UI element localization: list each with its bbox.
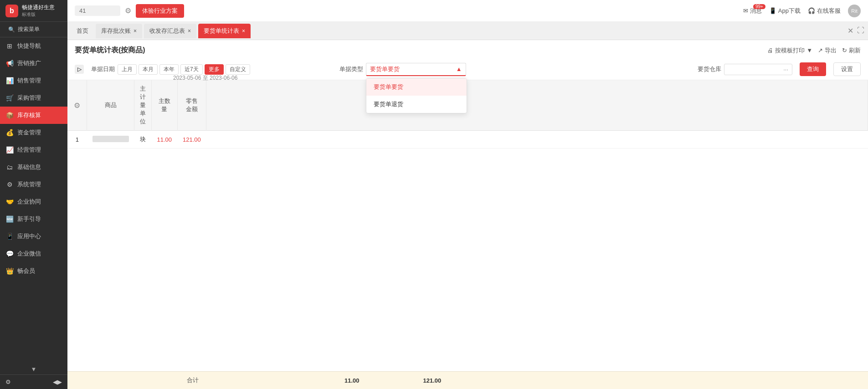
- cell-amount: 121.00: [177, 131, 206, 148]
- tab-inventory-batch-close[interactable]: ×: [134, 28, 137, 34]
- export-btn[interactable]: ↗ 导出: [818, 46, 837, 55]
- headset-icon: 🎧: [808, 7, 815, 14]
- main-area: 41 ⚙ 体验行业方案 ✉ 消息 99+ 📱 App下载 🎧 在线客服 Rit …: [67, 0, 868, 389]
- online-service-btn[interactable]: 🎧 在线客服: [808, 7, 841, 15]
- sidebar-item-sales[interactable]: 📊 销售管理: [0, 72, 67, 89]
- tab-inventory-batch[interactable]: 库存批次账 ×: [96, 24, 142, 38]
- sidebar-item-basic[interactable]: 🗂 基础信息: [0, 159, 67, 176]
- sidebar-item-label-guide: 新手引导: [17, 215, 41, 223]
- scroll-down-btn[interactable]: ▼: [0, 364, 67, 374]
- sidebar-item-label-finance: 资金管理: [17, 128, 41, 137]
- sidebar-item-operations[interactable]: 📈 经营管理: [0, 141, 67, 159]
- cell-product: [87, 131, 134, 148]
- sidebar-item-marketing[interactable]: 📢 营销推广: [0, 55, 67, 72]
- settings-icon[interactable]: ⚙: [5, 379, 11, 385]
- app-download-btn[interactable]: 📱 App下载: [769, 7, 801, 15]
- warehouse-more-icon[interactable]: ···: [783, 66, 788, 73]
- messages-btn[interactable]: ✉ 消息 99+: [743, 7, 762, 15]
- filter-date-group: 单据日期 上月 本月 本年 近7天 更多 自定义: [91, 64, 250, 75]
- sidebar-item-guide[interactable]: 🆕 新手引导: [0, 210, 67, 228]
- more-btn[interactable]: 更多: [205, 64, 224, 75]
- last-7days-btn[interactable]: 近7天: [180, 64, 203, 75]
- avatar[interactable]: Rit: [848, 5, 861, 17]
- warehouse-select[interactable]: ···: [724, 64, 792, 75]
- table-container: ⚙ 商品 主计量单位 主数量 零售金额 1 块 11.00 121.00: [67, 80, 868, 371]
- sidebar-item-purchase[interactable]: 🛒 采购管理: [0, 89, 67, 107]
- search-menu[interactable]: 🔍 搜索菜单: [0, 22, 67, 37]
- phone-icon: 📱: [769, 7, 776, 14]
- tab-receive-summary[interactable]: 收发存汇总表 ×: [144, 24, 196, 38]
- data-table: ⚙ 商品 主计量单位 主数量 零售金额 1 块 11.00 121.00: [67, 80, 868, 148]
- type-dropdown: 要货单要货 要货单退货: [366, 78, 467, 113]
- sidebar-header: b 畅捷通好生意 标准版: [0, 0, 67, 22]
- sidebar-item-wechat[interactable]: 💬 企业微信: [0, 245, 67, 262]
- col-amount: 零售金额: [177, 80, 206, 131]
- cell-qty: 11.00: [152, 131, 178, 148]
- system-icon: ⚙: [5, 180, 14, 189]
- filter-expand-btn[interactable]: ▷: [75, 65, 84, 74]
- col-unit: 主计量单位: [134, 80, 152, 131]
- tab-receive-summary-close[interactable]: ×: [188, 28, 191, 34]
- finance-icon: 💰: [5, 128, 14, 137]
- quick-nav-icon: ⊞: [5, 42, 14, 50]
- topbar-left: 41 ⚙ 体验行业方案: [75, 4, 184, 18]
- dropdown-item-order[interactable]: 要货单要货: [366, 78, 467, 96]
- sidebar-item-label-sales: 销售管理: [17, 77, 41, 85]
- query-btn[interactable]: 查询: [800, 62, 826, 76]
- settings-btn[interactable]: 设置: [833, 62, 861, 76]
- tab-home[interactable]: 首页: [71, 24, 94, 38]
- enterprise-icon: 🤝: [5, 198, 14, 206]
- print-template-btn[interactable]: 🖨 按模板打印 ▼: [767, 46, 812, 55]
- sidebar-item-system[interactable]: ⚙ 系统管理: [0, 176, 67, 193]
- tabs-control: ✕ ⛶: [847, 26, 864, 35]
- sidebar-item-member[interactable]: 👑 畅会员: [0, 262, 67, 280]
- sidebar-item-enterprise[interactable]: 🤝 企业协同: [0, 193, 67, 210]
- app-logo: b: [5, 5, 18, 17]
- refresh-btn[interactable]: ↻ 刷新: [842, 46, 861, 55]
- sidebar-item-label-marketing: 营销推广: [17, 59, 41, 67]
- refresh-icon: ↻: [842, 47, 847, 54]
- page-header: 要货单统计表(按商品) 🖨 按模板打印 ▼ ↗ 导出 ↻ 刷新: [67, 40, 868, 59]
- page-actions: 🖨 按模板打印 ▼ ↗ 导出 ↻ 刷新: [767, 46, 861, 55]
- tab-order-stats-label: 要货单统计表: [204, 27, 239, 35]
- sidebar-item-finance[interactable]: 💰 资金管理: [0, 124, 67, 141]
- tab-order-stats-close[interactable]: ×: [242, 28, 245, 34]
- table-settings-icon[interactable]: ⚙: [73, 101, 81, 109]
- topbar-settings-icon[interactable]: ⚙: [125, 6, 131, 15]
- filter-type-group: 单据类型 要货单要货 ▲ 要货单要货 要货单退货: [339, 63, 466, 76]
- this-month-btn[interactable]: 本月: [139, 64, 158, 75]
- chevron-up-icon: ▲: [456, 66, 462, 72]
- dropdown-item-return[interactable]: 要货单退货: [366, 96, 467, 113]
- search-icon: 🔍: [8, 26, 15, 33]
- print-icon: 🖨: [767, 47, 773, 54]
- sidebar-item-label-operations: 经营管理: [17, 146, 41, 154]
- date-quick-btns: 上月 本月 本年 近7天 更多 自定义: [118, 64, 250, 75]
- last-month-btn[interactable]: 上月: [118, 64, 137, 75]
- tab-order-stats[interactable]: 要货单统计表 ×: [198, 24, 251, 38]
- topbar-right: ✉ 消息 99+ 📱 App下载 🎧 在线客服 Rit: [743, 5, 861, 17]
- type-select[interactable]: 要货单要货 ▲ 要货单要货 要货单退货: [366, 63, 466, 76]
- collapse-icon[interactable]: ◀▶: [53, 379, 62, 385]
- this-year-btn[interactable]: 本年: [159, 64, 179, 75]
- sidebar-item-inventory[interactable]: 📦 库存核算: [0, 107, 67, 124]
- tab-receive-summary-label: 收发存汇总表: [149, 27, 185, 35]
- tab-close-all-icon[interactable]: ✕: [847, 26, 853, 35]
- tabs-bar: 首页 库存批次账 × 收发存汇总表 × 要货单统计表 × ✕ ⛶: [67, 22, 868, 40]
- sidebar-item-quick-nav[interactable]: ⊞ 快捷导航: [0, 37, 67, 55]
- app-title: 畅捷通好生意 标准版: [22, 4, 55, 17]
- col-extra: [206, 80, 868, 131]
- sidebar-item-app-center[interactable]: 📱 应用中心: [0, 228, 67, 245]
- col-settings[interactable]: ⚙: [67, 80, 87, 131]
- total-amount: 121.00: [423, 377, 442, 384]
- trial-btn[interactable]: 体验行业方案: [136, 4, 184, 18]
- custom-btn[interactable]: 自定义: [226, 64, 250, 75]
- inventory-icon: 📦: [5, 111, 14, 119]
- tab-home-label: 首页: [77, 27, 88, 35]
- marketing-icon: 📢: [5, 59, 14, 67]
- breadcrumb: 41: [75, 5, 120, 16]
- message-icon: ✉: [743, 7, 748, 14]
- date-range: 2023-05-06 至 2023-06-06: [173, 75, 237, 81]
- topbar: 41 ⚙ 体验行业方案 ✉ 消息 99+ 📱 App下载 🎧 在线客服 Rit: [67, 0, 868, 22]
- tab-expand-icon[interactable]: ⛶: [857, 26, 864, 35]
- member-icon: 👑: [5, 267, 14, 275]
